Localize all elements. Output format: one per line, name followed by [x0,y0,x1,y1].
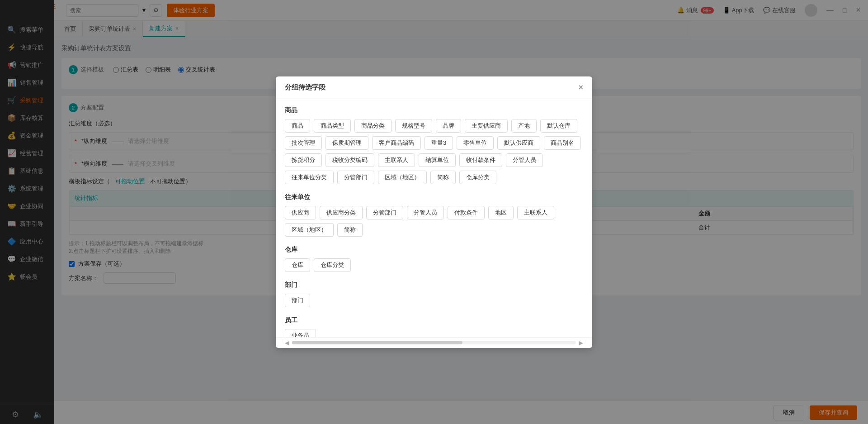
field-tag[interactable]: 零售单位 [457,136,494,150]
field-tag[interactable]: 税收分类编码 [326,153,374,167]
field-tag[interactable]: 结算单位 [419,153,456,167]
field-tag[interactable]: 规格型号 [395,119,432,133]
field-tag[interactable]: 供应商 [285,206,316,219]
field-tag[interactable]: 商品 [285,119,310,133]
field-grid-partners: 供应商供应商分类分管部门分管人员付款条件地区主联系人区域（地区）简称 [285,206,583,237]
section-title-products: 商品 [285,106,583,114]
field-tag[interactable]: 商品别名 [544,136,581,150]
field-section-partners: 往来单位供应商供应商分类分管部门分管人员付款条件地区主联系人区域（地区）简称 [285,193,583,237]
field-tag[interactable]: 仓库分类 [314,258,351,272]
field-tag[interactable]: 分管部门 [366,206,403,219]
field-section-department: 部门部门 [285,281,583,307]
field-tag[interactable]: 默认仓库 [540,119,577,133]
field-tag[interactable]: 默认供应商 [497,136,540,150]
field-tag[interactable]: 仓库分类 [459,171,496,184]
field-tag[interactable]: 部门 [285,294,310,307]
field-tag[interactable]: 往来单位分类 [285,171,334,184]
field-tag[interactable]: 重量3 [425,136,453,150]
hscroll-track [292,341,576,344]
hscroll-thumb [292,341,462,344]
field-tag[interactable]: 地区 [488,206,514,219]
field-tag[interactable]: 仓库 [285,258,310,272]
modal-overlay: 分组待选字段 × 商品商品商品类型商品分类规格型号品牌主要供应商产地默认仓库批次… [0,0,868,424]
field-grid-employee: 业务员 [285,329,583,337]
modal-body: 商品商品商品类型商品分类规格型号品牌主要供应商产地默认仓库批次管理保质期管理客户… [276,99,592,337]
field-tag[interactable]: 主联系人 [378,153,415,167]
field-tag[interactable]: 拣货积分 [285,153,322,167]
scroll-left-arrow[interactable]: ◀ [285,339,289,346]
field-tag[interactable]: 简称 [337,223,363,237]
section-title-employee: 员工 [285,316,583,324]
field-section-warehouse: 仓库仓库仓库分类 [285,246,583,272]
field-tag[interactable]: 区域（地区） [378,171,427,184]
field-tag[interactable]: 分管人员 [506,153,543,167]
section-title-warehouse: 仓库 [285,246,583,254]
modal-hscroll: ◀ ▶ [276,337,592,348]
field-tag[interactable]: 分管人员 [407,206,444,219]
field-grid-warehouse: 仓库仓库分类 [285,258,583,272]
modal-header: 分组待选字段 × [276,76,592,99]
section-title-department: 部门 [285,281,583,289]
section-title-partners: 往来单位 [285,193,583,201]
field-tag[interactable]: 客户商品编码 [372,136,421,150]
field-tag[interactable]: 分管部门 [337,171,374,184]
field-tag[interactable]: 区域（地区） [285,223,334,237]
field-tag[interactable]: 商品分类 [354,119,392,133]
field-tag[interactable]: 付款条件 [448,206,485,219]
field-section-products: 商品商品商品类型商品分类规格型号品牌主要供应商产地默认仓库批次管理保质期管理客户… [285,106,583,184]
scroll-right-arrow[interactable]: ▶ [579,339,583,346]
field-tag[interactable]: 主联系人 [517,206,554,219]
modal: 分组待选字段 × 商品商品商品类型商品分类规格型号品牌主要供应商产地默认仓库批次… [276,76,592,348]
modal-title: 分组待选字段 [285,83,326,92]
field-tag[interactable]: 保质期管理 [326,136,368,150]
field-section-employee: 员工业务员 [285,316,583,337]
field-tag[interactable]: 业务员 [285,329,316,337]
field-tag[interactable]: 产地 [511,119,537,133]
field-tag[interactable]: 主要供应商 [465,119,508,133]
field-tag[interactable]: 品牌 [436,119,461,133]
field-tag[interactable]: 商品类型 [314,119,351,133]
field-tag[interactable]: 收付款条件 [459,153,502,167]
field-grid-department: 部门 [285,294,583,307]
field-tag[interactable]: 供应商分类 [320,206,363,219]
field-grid-products: 商品商品类型商品分类规格型号品牌主要供应商产地默认仓库批次管理保质期管理客户商品… [285,119,583,184]
modal-close-button[interactable]: × [578,83,583,92]
field-tag[interactable]: 批次管理 [285,136,322,150]
field-tag[interactable]: 简称 [430,171,456,184]
